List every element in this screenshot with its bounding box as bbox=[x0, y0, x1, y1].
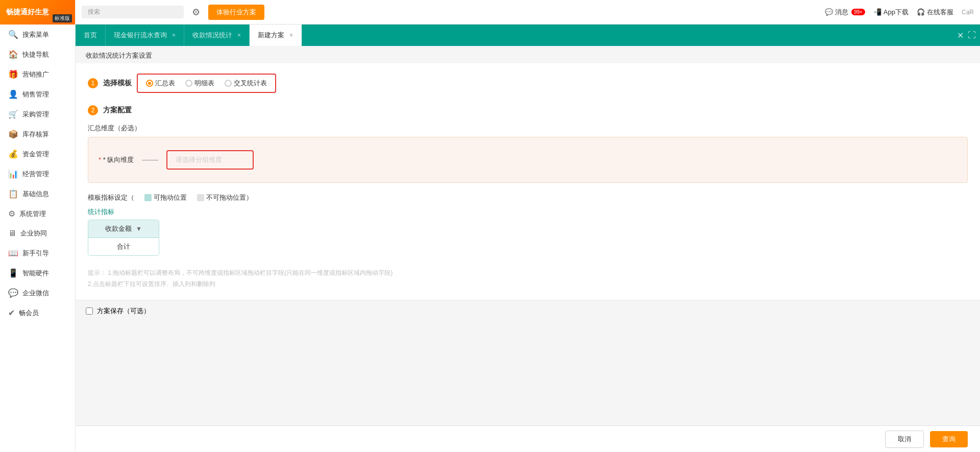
tab-new-plan-close[interactable]: × bbox=[289, 32, 293, 39]
message-button[interactable]: 💬 消息 99+ bbox=[825, 8, 865, 17]
radio-detail-circle bbox=[185, 80, 192, 87]
tab-cashflow-close[interactable]: × bbox=[172, 32, 176, 39]
chart-icon: 📊 bbox=[8, 169, 18, 179]
hint-2: 2.点击标题栏下拉可设置排序、插入列和删除列 bbox=[88, 279, 968, 290]
radio-summary[interactable]: 汇总表 bbox=[146, 79, 175, 88]
template-radio-group: 汇总表 明细表 交叉统计表 bbox=[146, 79, 267, 88]
tab-home[interactable]: 首页 bbox=[76, 25, 106, 46]
section1-label: 选择模板 bbox=[103, 79, 132, 88]
tab-new-plan[interactable]: 新建方案 × bbox=[250, 25, 302, 46]
sidebar-item-inventory[interactable]: 📦 库存核算 bbox=[0, 124, 75, 144]
sidebar-item-label: 营销推广 bbox=[22, 70, 49, 79]
maximize-button[interactable]: ⛶ bbox=[968, 31, 976, 40]
dimension-select[interactable]: 请选择分组维度 bbox=[166, 150, 254, 170]
topbar-right: 💬 消息 99+ 📲 App下载 🎧 在线客服 CaR bbox=[825, 8, 974, 17]
info-icon: 📋 bbox=[8, 189, 18, 199]
radio-detail[interactable]: 明细表 bbox=[185, 79, 214, 88]
sidebar-item-label: 经营管理 bbox=[22, 170, 49, 179]
sidebar-item-system[interactable]: ⚙ 系统管理 bbox=[0, 204, 75, 224]
metrics-table-header[interactable]: 收款金额 ▼ bbox=[88, 220, 159, 238]
wechat-icon: 💬 bbox=[8, 288, 18, 298]
sidebar-item-search[interactable]: 🔍 搜索菜单 bbox=[0, 25, 75, 44]
radio-cross-label: 交叉统计表 bbox=[234, 79, 267, 88]
query-button[interactable]: 查询 bbox=[930, 431, 968, 447]
sales-icon: 👤 bbox=[8, 89, 18, 99]
sidebar-item-hardware[interactable]: 📱 智能硬件 bbox=[0, 263, 75, 283]
plan-save-bar: 方案保存（可选） bbox=[76, 300, 980, 322]
purchase-icon: 🛒 bbox=[8, 109, 18, 119]
sidebar-badge: 标准版 bbox=[53, 14, 72, 22]
search-placeholder: 搜索 bbox=[88, 8, 100, 15]
sidebar-item-label: 销售管理 bbox=[22, 90, 49, 99]
sidebar-item-guide[interactable]: 📖 新手引导 bbox=[0, 243, 75, 263]
dimension-area: * * 纵向维度 —— 请选择分组维度 bbox=[88, 137, 968, 183]
sidebar-item-sales[interactable]: 👤 销售管理 bbox=[0, 84, 75, 104]
sidebar-header: 畅捷通好生意 标准版 bbox=[0, 0, 75, 25]
topbar: 搜索 ⚙ 体验行业方案 💬 消息 99+ 📲 App下载 🎧 在线客服 CaR bbox=[76, 0, 980, 25]
template-selection-box: 汇总表 明细表 交叉统计表 bbox=[137, 74, 276, 93]
message-icon: 💬 bbox=[825, 8, 833, 16]
metrics-table: 收款金额 ▼ 合计 bbox=[88, 220, 159, 256]
app-download-button[interactable]: 📲 App下载 bbox=[873, 8, 909, 17]
tab-collection[interactable]: 收款情况统计 × bbox=[184, 25, 250, 46]
online-service-button[interactable]: 🎧 在线客服 bbox=[917, 8, 953, 17]
content-area: 收款情况统计方案设置 1 选择模板 汇总表 明细表 bbox=[76, 46, 980, 425]
plan-save-label: 方案保存（可选） bbox=[97, 306, 150, 316]
section2-label: 方案配置 bbox=[103, 106, 132, 115]
sidebar-item-basic-info[interactable]: 📋 基础信息 bbox=[0, 184, 75, 204]
trial-button[interactable]: 体验行业方案 bbox=[208, 5, 264, 20]
sidebar-item-collab[interactable]: 🖥 企业协同 bbox=[0, 224, 75, 243]
tab-cashflow[interactable]: 现金银行流水查询 × bbox=[106, 25, 184, 46]
dropdown-arrow-icon: ▼ bbox=[136, 225, 142, 232]
footer: 取消 查询 bbox=[76, 425, 980, 452]
sidebar-item-label: 系统管理 bbox=[19, 209, 46, 219]
vertical-label-text: * 纵向维度 bbox=[103, 156, 134, 163]
section2: 2 方案配置 汇总维度（必选） * * 纵向维度 —— 请选择分组维度 bbox=[88, 105, 968, 290]
sidebar-item-label: 企业协同 bbox=[20, 229, 47, 238]
sidebar-item-label: 企业微信 bbox=[22, 289, 49, 298]
sidebar-item-management[interactable]: 📊 经营管理 bbox=[0, 164, 75, 184]
radio-detail-label: 明细表 bbox=[194, 79, 214, 88]
username: CaR bbox=[962, 9, 974, 16]
tab-collection-label: 收款情况统计 bbox=[192, 31, 232, 40]
hint-section: 提示： 1.拖动标题栏可以调整布局，不可跨维度或指标区域拖动栏目字段(只能在同一… bbox=[88, 268, 968, 290]
sidebar-item-wechat[interactable]: 💬 企业微信 bbox=[0, 283, 75, 303]
section2-number: 2 bbox=[88, 105, 98, 115]
sidebar-item-nav[interactable]: 🏠 快捷导航 bbox=[0, 44, 75, 64]
search-box[interactable]: 搜索 bbox=[82, 6, 184, 18]
sidebar-item-purchase[interactable]: 🛒 采购管理 bbox=[0, 104, 75, 124]
gear-icon: ⚙ bbox=[8, 209, 15, 219]
radio-cross-circle bbox=[225, 80, 232, 87]
sidebar-item-label: 采购管理 bbox=[22, 110, 49, 119]
sidebar-item-finance[interactable]: 💰 资金管理 bbox=[0, 144, 75, 164]
tab-collection-close[interactable]: × bbox=[237, 32, 241, 39]
metrics-label-text: 模板指标设定（ bbox=[88, 194, 134, 201]
sidebar-item-label: 资金管理 bbox=[22, 150, 49, 159]
sidebar-item-marketing[interactable]: 🎁 营销推广 bbox=[0, 64, 75, 84]
metrics-label-row: 模板指标设定（ 可拖动位置 不可拖动位置） bbox=[88, 193, 968, 202]
app-label: App下载 bbox=[884, 8, 909, 17]
drag-box-icon bbox=[144, 194, 152, 201]
close-tab-button[interactable]: ✕ bbox=[957, 31, 964, 40]
plan-save-checkbox[interactable] bbox=[86, 307, 93, 315]
tab-cashflow-label: 现金银行流水查询 bbox=[114, 31, 167, 40]
sidebar-item-label: 新手引导 bbox=[22, 249, 49, 258]
radio-summary-label: 汇总表 bbox=[155, 79, 175, 88]
sidebar-item-member[interactable]: ✔ 畅会员 bbox=[0, 303, 75, 323]
sidebar-item-label: 畅会员 bbox=[19, 308, 39, 318]
settings-icon[interactable]: ⚙ bbox=[192, 7, 200, 18]
metrics-table-label: 统计指标 bbox=[88, 207, 968, 217]
sidebar-item-label: 基础信息 bbox=[22, 189, 49, 199]
dimension-placeholder: 请选择分组维度 bbox=[176, 156, 222, 163]
no-drag-box-icon bbox=[197, 194, 204, 201]
arrow-icon: —— bbox=[142, 155, 158, 164]
hardware-icon: 📱 bbox=[8, 268, 18, 278]
metrics-setting-label: 模板指标设定（ bbox=[88, 193, 134, 202]
required-star: * bbox=[99, 156, 103, 163]
draggable-label: 可拖动位置 bbox=[154, 193, 187, 202]
member-icon: ✔ bbox=[8, 308, 15, 318]
sidebar-item-label: 库存核算 bbox=[22, 130, 49, 139]
radio-cross[interactable]: 交叉统计表 bbox=[225, 79, 267, 88]
metrics-section: 模板指标设定（ 可拖动位置 不可拖动位置） 统计指标 bbox=[88, 193, 968, 257]
cancel-button[interactable]: 取消 bbox=[885, 431, 924, 448]
